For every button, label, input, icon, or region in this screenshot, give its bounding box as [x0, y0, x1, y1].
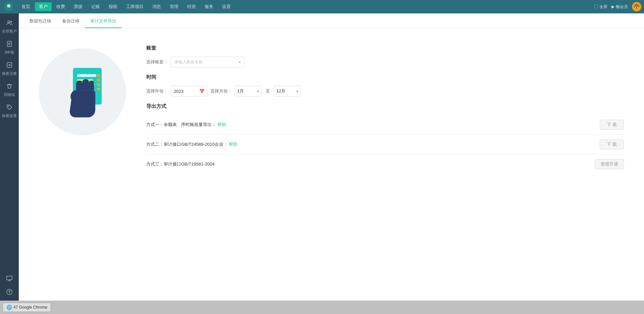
sidebar-item-tag-settings[interactable]: 标签设置: [0, 101, 19, 122]
svg-point-19: [97, 74, 100, 77]
method-2-download-btn[interactable]: 下 载: [600, 139, 624, 149]
sidebar-item-label: 账套迁移: [2, 71, 17, 76]
sidebar-item-all-customers[interactable]: 全部客户: [0, 16, 19, 37]
declare-icon: [6, 41, 13, 49]
fullscreen-label: 全屏: [599, 4, 607, 10]
tab-backup-migration[interactable]: 备份迁移: [57, 15, 85, 28]
month-end-select[interactable]: 12月 ▾: [274, 86, 301, 97]
nav-settings[interactable]: 设置: [218, 2, 235, 11]
tab-bar: 数据包迁移 备份迁移 审计文件导出: [19, 13, 644, 28]
nav-message[interactable]: 消息: [148, 2, 165, 11]
account-label: 选择账套：: [146, 59, 168, 65]
fullscreen-btn[interactable]: ⛶ 全屏: [594, 4, 607, 10]
nav-service[interactable]: 服务: [201, 2, 217, 11]
export-section-title: 导出方式: [146, 103, 624, 110]
svg-point-22: [97, 87, 100, 91]
account-select[interactable]: 请输入账套名称 ▾: [171, 57, 245, 67]
account-section-title: 账套: [146, 45, 624, 51]
taskbar-chrome[interactable]: 🌐 47 Google Chrome: [3, 303, 51, 312]
account-placeholder: 请输入账套名称: [174, 59, 203, 65]
month-start-value: 1月: [237, 88, 244, 94]
taskbar: 🌐 47 Google Chrome: [0, 301, 644, 314]
svg-rect-9: [7, 276, 12, 280]
year-input[interactable]: 2023 📅: [171, 86, 208, 97]
method-3-coming-btn[interactable]: 暂缓开通: [595, 159, 624, 169]
svg-rect-13: [77, 74, 96, 77]
chevron-down-icon: ▾: [257, 89, 259, 94]
tab-data-migration[interactable]: 数据包迁移: [24, 15, 57, 28]
nav-home[interactable]: 首页: [17, 2, 34, 11]
fullscreen-icon: ⛶: [594, 4, 598, 9]
tab-audit-export[interactable]: 审计文件导出: [85, 15, 122, 28]
sidebar-item-label: 0申报: [5, 50, 14, 55]
monitor-icon-btn[interactable]: [3, 272, 15, 285]
nav-items: 首页 客户 收费 票据 记账 报税 工商项目 消息 管理 经营 服务 设置: [17, 2, 594, 11]
sidebar-item-zero-declare[interactable]: 0申报: [0, 37, 19, 58]
top-nav: 首页 客户 收费 票据 记账 报税 工商项目 消息 管理 经营 服务 设置 ⛶ …: [0, 0, 644, 13]
member-icon: ▶: [611, 4, 614, 9]
nav-customer[interactable]: 客户: [35, 2, 52, 11]
content-area: 数据包迁移 备份迁移 审计文件导出: [19, 13, 644, 301]
export-method-3: 方式三：审计接口GB/T19581-2004 暂缓开通: [146, 154, 624, 174]
time-section-title: 时间: [146, 74, 624, 80]
recycle-icon: [6, 83, 13, 91]
top-nav-right: ⛶ 全屏 ▶ 畅会员 🐯: [594, 2, 641, 11]
month-label: 选择月份：: [210, 88, 232, 94]
time-row: 选择年份： 2023 📅 选择月份： 1月 ▾ 至 12月 ▾: [146, 86, 624, 97]
page-content: 账套 选择账套： 请输入账套名称 ▾ 时间 选择年份： 2023 📅: [19, 28, 644, 301]
year-value: 2023: [174, 89, 183, 94]
method-2-text: 方式二：审计接口GB/T24589-2010企业：: [146, 142, 228, 147]
month-end-value: 12月: [276, 88, 285, 94]
method-1-label: 方式一：余额表、序时账批量导出： 帮助: [146, 122, 226, 128]
member-label: 畅会员: [616, 4, 628, 10]
nav-fee[interactable]: 收费: [52, 2, 69, 11]
illustration: [39, 48, 126, 135]
help-icon-btn[interactable]: [3, 286, 15, 298]
chrome-icon: 🌐: [6, 305, 12, 310]
nav-operation[interactable]: 经营: [183, 2, 200, 11]
to-separator: 至: [266, 88, 270, 94]
sidebar-item-migration[interactable]: 账套迁移: [0, 58, 19, 79]
export-method-1: 方式一：余额表、序时账批量导出： 帮助 下 载: [146, 115, 624, 135]
avatar[interactable]: 🐯: [632, 2, 641, 11]
month-start-select[interactable]: 1月 ▾: [235, 86, 262, 97]
chevron-down-icon: ▾: [296, 89, 299, 94]
svg-point-1: [8, 21, 10, 23]
sidebar: 全部客户 0申报 账套迁移: [0, 13, 19, 301]
year-label: 选择年份：: [146, 88, 168, 94]
migration-icon: [6, 62, 13, 70]
sidebar-item-label: 回收站: [4, 92, 15, 97]
chevron-down-icon: ▾: [239, 60, 241, 64]
export-methods: 方式一：余额表、序时账批量导出： 帮助 下 载 方式二：审计接口GB/T2458…: [146, 115, 624, 174]
nav-account[interactable]: 记账: [87, 2, 104, 11]
account-row: 选择账套： 请输入账套名称 ▾: [146, 57, 624, 67]
nav-business[interactable]: 工商项目: [122, 2, 148, 11]
method-2-label: 方式二：审计接口GB/T24589-2010企业： 帮助: [146, 141, 237, 147]
sidebar-item-label: 标签设置: [2, 113, 17, 118]
sidebar-item-label: 全部客户: [2, 29, 17, 34]
svg-point-2: [10, 21, 12, 22]
main-layout: 全部客户 0申报 账套迁移: [0, 13, 644, 301]
method-2-help[interactable]: 帮助: [229, 142, 237, 147]
nav-tax[interactable]: 报税: [105, 2, 121, 11]
sidebar-bottom: [3, 272, 15, 301]
customers-icon: [6, 19, 13, 28]
method-1-download-btn[interactable]: 下 载: [600, 120, 624, 130]
calendar-icon: 📅: [199, 89, 205, 94]
form-area: 账套 选择账套： 请输入账套名称 ▾ 时间 选择年份： 2023 📅: [146, 42, 624, 174]
svg-point-21: [97, 83, 100, 86]
svg-point-8: [8, 106, 9, 107]
nav-manage[interactable]: 管理: [166, 2, 182, 11]
taskbar-chrome-label: 47 Google Chrome: [13, 305, 47, 310]
svg-point-20: [97, 78, 100, 82]
method-3-label: 方式三：审计接口GB/T19581-2004: [146, 161, 215, 167]
export-method-2: 方式二：审计接口GB/T24589-2010企业： 帮助 下 载: [146, 135, 624, 154]
app-logo: [3, 1, 15, 13]
sidebar-item-recycle[interactable]: 回收站: [0, 79, 19, 101]
member-btn[interactable]: ▶ 畅会员: [611, 4, 628, 10]
nav-invoice[interactable]: 票据: [70, 2, 87, 11]
tag-icon: [6, 104, 13, 112]
method-1-help[interactable]: 帮助: [217, 122, 226, 127]
method-1-text: 方式一：余额表、序时账批量导出：: [146, 122, 216, 127]
svg-point-11: [9, 293, 10, 294]
